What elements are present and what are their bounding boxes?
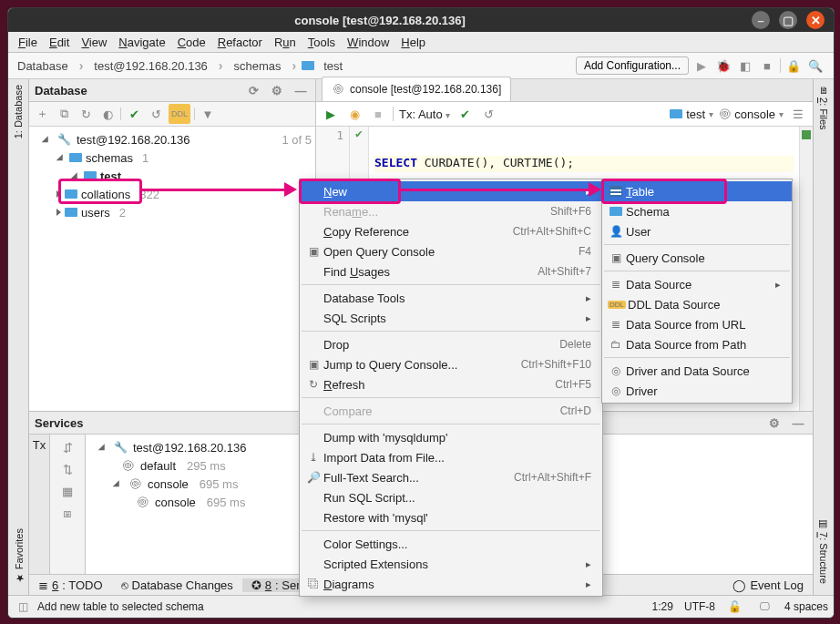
filter-icon[interactable]: ▼ [199, 105, 217, 123]
explain-icon[interactable]: ◉ [345, 105, 364, 123]
ctx-restore[interactable]: Restore with 'mysql' [300, 507, 602, 527]
code-line-1[interactable]: SELECT CURDATE(), CURTIME(); [374, 156, 794, 172]
rail-favorites-tab[interactable]: ★ Favorites [13, 523, 25, 589]
add-icon[interactable]: ＋ [33, 105, 51, 123]
svc-tree-icon[interactable]: 🗉 [58, 504, 77, 522]
services-hide-icon[interactable]: — [789, 414, 807, 432]
ctx-import-data[interactable]: ⤓Import Data from File... [300, 447, 602, 467]
menu-run[interactable]: Run [270, 34, 301, 51]
crumb-connection[interactable]: test@192.168.20.136 [88, 57, 213, 75]
window-minimize[interactable]: – [752, 11, 770, 29]
run-icon[interactable]: ▶ [692, 56, 711, 75]
status-caret[interactable]: 1:29 [652, 600, 673, 613]
ctx-drop[interactable]: DropDelete [300, 334, 602, 354]
run-query-icon[interactable]: ▶ [322, 105, 340, 123]
menu-code[interactable]: Code [173, 34, 210, 51]
commit-icon[interactable]: ✔ [125, 105, 143, 123]
crumb-database[interactable]: Database [12, 57, 74, 75]
svc-collapse-icon[interactable]: ⇅ [58, 460, 77, 478]
tree-test-schema-row[interactable]: test [29, 167, 315, 185]
copy-icon[interactable]: ⧉ [55, 105, 73, 123]
ctx-dump[interactable]: Dump with 'mysqldump' [300, 427, 602, 447]
ctx-new-table[interactable]: Table [602, 181, 792, 201]
ctx-color-settings[interactable]: Color Settings... [300, 534, 602, 554]
ctx-scripted-extensions[interactable]: Scripted Extensions▸ [300, 554, 602, 574]
editor-console-selector[interactable]: 🞋 console ▾ [719, 107, 784, 121]
menu-tools[interactable]: Tools [303, 34, 340, 51]
ctx-compare[interactable]: CompareCtrl+D [300, 401, 602, 421]
rail-structure-tab[interactable]: ▤ 7: Structure [818, 512, 830, 589]
window-maximize[interactable]: ▢ [779, 11, 797, 29]
ctx-refresh[interactable]: ↻RefreshCtrl+F5 [300, 374, 602, 394]
menu-edit[interactable]: Edit [45, 34, 74, 51]
ctx-copy-reference[interactable]: Copy ReferenceCtrl+Alt+Shift+C [300, 221, 602, 241]
tx-commit-icon[interactable]: ✔ [456, 105, 474, 123]
ctx-new-data-source[interactable]: ≣ Data Source▸ [602, 274, 792, 294]
panel-gear-icon[interactable]: ⚙ [268, 81, 286, 99]
ctx-new-data-source-url[interactable]: ≣ Data Source from URL [602, 314, 792, 334]
menu-help[interactable]: Help [396, 34, 430, 51]
ctx-new-driver-ds[interactable]: ◎ Driver and Data Source [602, 361, 792, 381]
editor-target-selector[interactable]: test ▾ [670, 107, 713, 121]
schema-icon [610, 207, 622, 216]
ctx-rename[interactable]: Rename...Shift+F6 [300, 201, 602, 221]
bottom-tab-todo[interactable]: ≣ 66: TODO: TODO [29, 578, 112, 592]
editor-tab-console[interactable]: 🞋 console [test@192.168.20.136] [322, 77, 511, 101]
ctx-new-driver[interactable]: ◎ Driver [602, 381, 792, 401]
ctx-jump-to-query-console[interactable]: ▣Jump to Query Console...Ctrl+Shift+F10 [300, 354, 602, 374]
menu-window[interactable]: Window [343, 34, 394, 51]
status-indent[interactable]: 4 spaces [784, 600, 828, 613]
ctx-new-query-console[interactable]: ▣ Query Console [602, 248, 792, 268]
ctx-new-ddl-data-source[interactable]: DDL DDL Data Source [602, 294, 792, 314]
tx-mode-dropdown[interactable]: Tx: Auto ▾ [399, 107, 450, 121]
menu-file[interactable]: File [14, 34, 42, 51]
rollback-icon[interactable]: ↺ [147, 105, 165, 123]
debug-icon[interactable]: 🐞 [714, 56, 732, 75]
tree-users-row[interactable]: users 2 [29, 203, 315, 221]
tree-connection-row[interactable]: 🔧 test@192.168.20.136 1 of 5 [29, 130, 315, 148]
ctx-sql-scripts[interactable]: SQL Scripts▸ [300, 308, 602, 328]
ctx-find-usages[interactable]: Find UsagesAlt+Shift+7 [300, 261, 602, 281]
bottom-tab-event-log[interactable]: ◯ Event Log [723, 578, 813, 592]
services-gear-icon[interactable]: ⚙ [765, 414, 784, 432]
menu-refactor[interactable]: Refactor [213, 34, 267, 51]
ctx-fulltext-search[interactable]: 🔎Full-Text Search...Ctrl+Alt+Shift+F [300, 467, 602, 487]
database-tree[interactable]: 🔧 test@192.168.20.136 1 of 5 schemas 1 [29, 127, 315, 411]
ctx-new[interactable]: New▸ [300, 181, 602, 201]
editor-settings-icon[interactable]: ☰ [789, 105, 807, 123]
rail-database-tab[interactable]: 11: Database: Database [13, 79, 24, 144]
ctx-new-schema[interactable]: Schema [602, 201, 792, 221]
update-icon[interactable]: 🔒 [784, 56, 803, 75]
tree-collations-row[interactable]: collations 322 [29, 185, 315, 203]
tree-schemas-row[interactable]: schemas 1 [29, 148, 315, 167]
run-config-button[interactable]: Add Configuration... [576, 56, 689, 75]
ctx-database-tools[interactable]: Database Tools▸ [300, 288, 602, 308]
ctx-diagrams[interactable]: ⿻Diagrams▸ [300, 574, 602, 594]
ctx-run-sql-script[interactable]: Run SQL Script... [300, 487, 602, 507]
tx-rollback-icon[interactable]: ↺ [479, 105, 497, 123]
crumb-sep-icon: › [291, 58, 299, 73]
stop-query-icon[interactable]: ■ [369, 105, 387, 123]
ctx-open-query-console[interactable]: ▣Open Query ConsoleF4 [300, 241, 602, 261]
ctx-new-data-source-path[interactable]: 🗀 Data Source from Path [602, 334, 792, 354]
crumb-active-schema[interactable]: test [318, 57, 348, 75]
bottom-tab-db-changes[interactable]: ⎋ Database Changes [112, 578, 242, 592]
stop-sync-icon[interactable]: ◐ [98, 105, 117, 123]
readonly-icon[interactable]: 🔓 [726, 598, 744, 616]
search-icon[interactable]: 🔍 [806, 56, 825, 75]
status-encoding[interactable]: UTF-8 [684, 600, 715, 613]
menu-view[interactable]: View [77, 34, 111, 51]
ctx-new-user[interactable]: 👤 User [602, 221, 792, 241]
window-close[interactable]: ✕ [806, 11, 825, 29]
svc-filter-icon[interactable]: ▦ [58, 482, 77, 500]
stop-icon[interactable]: ■ [758, 56, 776, 75]
coverage-icon[interactable]: ◧ [736, 56, 754, 75]
panel-hide-icon[interactable]: — [292, 81, 310, 99]
sync-icon[interactable]: ⟳ [244, 81, 262, 99]
ddl-icon[interactable]: DDL [169, 104, 190, 124]
svc-expand-icon[interactable]: ⇵ [58, 438, 77, 456]
refresh-icon[interactable]: ↻ [77, 105, 95, 123]
menu-navigate[interactable]: Navigate [114, 34, 169, 51]
rail-files-tab[interactable]: 🗎 2: Files [818, 79, 829, 136]
crumb-schemas[interactable]: schemas [229, 57, 287, 75]
